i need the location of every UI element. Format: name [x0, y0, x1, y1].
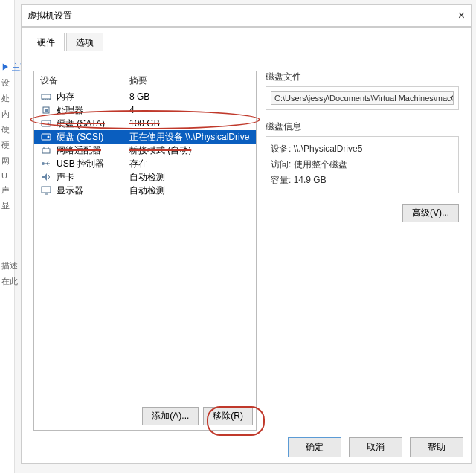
- info-capacity: 容量: 14.9 GB: [271, 173, 454, 188]
- device-row-display[interactable]: 显示器自动检测: [34, 184, 256, 197]
- device-name: 网络适配器: [57, 144, 129, 157]
- tab-hardware[interactable]: 硬件: [28, 33, 65, 51]
- svg-rect-11: [42, 149, 50, 153]
- device-row-disk[interactable]: 硬盘 (SCSI)正在使用设备 \\.\PhysicalDrive5: [34, 130, 256, 144]
- svg-point-8: [48, 123, 50, 125]
- svg-rect-19: [42, 187, 51, 193]
- device-name: 内存: [57, 91, 129, 103]
- close-icon[interactable]: ×: [435, 9, 465, 22]
- device-summary: 自动检测: [129, 184, 250, 197]
- sound-icon: [40, 172, 52, 182]
- col-device: 设备: [40, 74, 129, 87]
- details-panel: 磁盘文件 C:\Users\jessy\Documents\Virtual Ma…: [266, 71, 459, 401]
- dialog-button-row: 确定 取消 帮助: [288, 437, 463, 457]
- device-row-usb[interactable]: USB 控制器存在: [34, 157, 256, 170]
- advanced-button[interactable]: 高级(V)...: [402, 204, 459, 222]
- usb-icon: [40, 158, 52, 169]
- network-icon: [40, 145, 52, 155]
- device-row-memory[interactable]: 内存8 GB: [34, 90, 256, 103]
- memory-icon: [40, 91, 52, 102]
- device-row-disk[interactable]: 硬盘 (SATA)100 GB: [34, 117, 256, 130]
- window-title: 虚拟机设置: [28, 10, 435, 22]
- window-titlebar: 虚拟机设置 ×: [21, 4, 472, 27]
- device-name: 显示器: [57, 184, 129, 197]
- device-list-panel: 设备 摘要 内存8 GB处理器4硬盘 (SATA)100 GB硬盘 (SCSI)…: [33, 71, 257, 431]
- device-name: 处理器: [57, 104, 129, 117]
- disk-info-label: 磁盘信息: [266, 120, 459, 133]
- device-row-sound[interactable]: 声卡自动检测: [34, 170, 256, 184]
- disk-file-group: C:\Users\jessy\Documents\Virtual Machine…: [266, 86, 459, 110]
- info-access: 访问: 使用整个磁盘: [271, 157, 454, 173]
- device-row-cpu[interactable]: 处理器4: [34, 103, 256, 117]
- disk-info-group: 设备: \\.\PhysicalDrive5 访问: 使用整个磁盘 容量: 14…: [266, 136, 459, 193]
- tab-options[interactable]: 选项: [66, 33, 103, 51]
- device-name: 硬盘 (SCSI): [57, 131, 129, 144]
- device-summary: 8 GB: [129, 91, 250, 102]
- remove-button[interactable]: 移除(R): [203, 407, 253, 425]
- disk-icon: [40, 132, 52, 142]
- col-summary: 摘要: [129, 74, 250, 87]
- device-list: 内存8 GB处理器4硬盘 (SATA)100 GB硬盘 (SCSI)正在使用设备…: [34, 90, 256, 197]
- help-button[interactable]: 帮助: [410, 437, 463, 457]
- svg-point-10: [48, 136, 50, 138]
- device-summary: 自动检测: [129, 171, 250, 184]
- add-button[interactable]: 添加(A)...: [142, 407, 199, 425]
- disk-file-label: 磁盘文件: [266, 71, 459, 83]
- device-name: USB 控制器: [57, 158, 129, 170]
- settings-dialog: 硬件 选项 设备 摘要 内存8 GB处理器4硬盘 (SATA)100 GB硬盘 …: [21, 27, 472, 464]
- disk-icon: [40, 118, 52, 129]
- device-row-network[interactable]: 网络适配器桥接模式 (自动): [34, 144, 256, 157]
- cpu-icon: [40, 105, 52, 115]
- device-summary: 桥接模式 (自动): [129, 144, 250, 157]
- svg-point-14: [42, 162, 45, 165]
- ok-button[interactable]: 确定: [288, 437, 341, 457]
- cancel-button[interactable]: 取消: [349, 437, 402, 457]
- svg-rect-6: [45, 109, 48, 112]
- svg-marker-18: [42, 173, 47, 181]
- device-summary: 存在: [129, 158, 250, 170]
- device-summary: 4: [129, 105, 250, 115]
- info-device: 设备: \\.\PhysicalDrive5: [271, 141, 454, 157]
- device-name: 硬盘 (SATA): [57, 118, 129, 130]
- disk-file-path[interactable]: C:\Users\jessy\Documents\Virtual Machine…: [271, 91, 454, 105]
- device-summary: 100 GB: [129, 118, 250, 129]
- device-name: 声卡: [57, 171, 129, 184]
- display-icon: [40, 185, 52, 196]
- device-summary: 正在使用设备 \\.\PhysicalDrive5: [129, 131, 250, 144]
- svg-rect-0: [42, 94, 51, 99]
- column-headers: 设备 摘要: [34, 71, 256, 90]
- tab-bar: 硬件 选项: [28, 32, 465, 51]
